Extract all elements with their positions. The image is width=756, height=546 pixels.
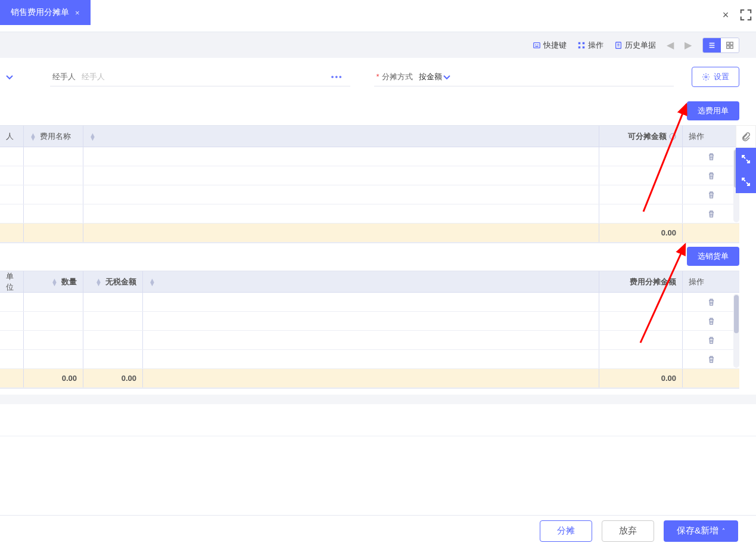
col-person[interactable]: 人 (0, 126, 24, 147)
sales-tbody: 0.000.000.00 (0, 293, 739, 388)
shortcut-label: 快捷键 (543, 40, 567, 51)
col-unit[interactable]: 单位 (0, 271, 24, 292)
svg-rect-7 (730, 42, 733, 44)
tab-active[interactable]: 销售费用分摊单 × (0, 0, 91, 25)
expense-thead: 人 ▲▼费用名称 ▲▼ 可分摊金额 操作 (0, 126, 739, 147)
col-empty2[interactable]: ▲▼ (143, 271, 599, 292)
sales-table: 单位 ▲▼数量 ▲▼无税金额 ▲▼ 费用分摊金额 操作 0.000.000.00 (0, 271, 739, 389)
svg-point-10 (705, 76, 707, 78)
delete-icon[interactable] (707, 336, 715, 345)
more-icon[interactable]: ••• (331, 72, 343, 81)
discard-button[interactable]: 放弃 (602, 520, 654, 542)
delete-icon[interactable] (707, 355, 715, 364)
col-op2: 操作 (683, 271, 739, 292)
svg-rect-3 (578, 46, 581, 48)
delete-icon[interactable] (707, 317, 715, 325)
svg-rect-2 (583, 42, 585, 44)
left-chevron-icon[interactable] (5, 72, 14, 82)
delete-icon[interactable] (707, 191, 715, 199)
svg-rect-1 (578, 42, 581, 44)
view-grid-button[interactable] (721, 38, 739, 52)
tab-strip: 销售费用分摊单 × × (0, 0, 756, 32)
info-icon[interactable] (667, 133, 676, 140)
sales-thead: 单位 ▲▼数量 ▲▼无税金额 ▲▼ 费用分摊金额 操作 (0, 271, 739, 293)
svg-rect-9 (730, 45, 733, 48)
select-sales-button[interactable]: 选销货单 (687, 247, 739, 266)
fullscreen-icon[interactable] (739, 8, 752, 21)
delete-icon[interactable] (707, 153, 715, 161)
delete-icon[interactable] (707, 172, 715, 180)
table-row[interactable] (0, 331, 739, 350)
col-allocatable[interactable]: 可分摊金额 (599, 126, 683, 147)
agent-label: 经手人 (52, 72, 76, 82)
expense-tbody: 0.00 (0, 147, 739, 243)
svg-rect-8 (727, 45, 729, 48)
method-chevron-icon[interactable] (442, 72, 452, 82)
save-new-label: 保存&新增 (677, 525, 718, 536)
settings-label: 设置 (714, 72, 729, 82)
table-row[interactable] (0, 147, 739, 166)
sum-row: 0.000.000.00 (0, 369, 739, 388)
table-row[interactable] (0, 350, 739, 369)
table-row[interactable] (0, 204, 739, 224)
col-expense-name[interactable]: ▲▼费用名称 (24, 126, 83, 147)
notes-area[interactable] (0, 404, 756, 436)
history-label: 历史单据 (625, 40, 656, 51)
next-icon[interactable]: ▶ (685, 39, 692, 51)
side-float (736, 125, 756, 193)
expand-in-icon[interactable] (736, 170, 756, 193)
select-expense-button[interactable]: 选费用单 (687, 101, 739, 120)
footer: 分摊 放弃 保存&新增 ˄ (0, 515, 756, 546)
table-row[interactable] (0, 312, 739, 331)
form-row: 经手人 经手人 ••• * 分摊方式 按金额 设置 (0, 58, 756, 98)
history-link[interactable]: 历史单据 (614, 40, 656, 51)
view-list-button[interactable] (703, 38, 721, 52)
section-divider (0, 395, 756, 404)
col-empty[interactable]: ▲▼ (83, 126, 599, 147)
delete-icon[interactable] (707, 210, 715, 218)
chevron-up-icon: ˄ (722, 528, 725, 534)
sum-row: 0.00 (0, 224, 739, 243)
svg-rect-4 (583, 46, 585, 48)
col-op: 操作 (683, 126, 739, 147)
settings-button[interactable]: 设置 (692, 67, 739, 87)
col-qty[interactable]: ▲▼数量 (24, 271, 83, 292)
table-row[interactable] (0, 185, 739, 204)
svg-rect-5 (616, 42, 621, 48)
method-label: 分摊方式 (382, 72, 413, 82)
required-marker: * (377, 72, 379, 81)
method-field[interactable]: * 分摊方式 按金额 (374, 67, 674, 86)
col-alloc-amount[interactable]: 费用分摊金额 (599, 271, 683, 292)
method-value: 按金额 (419, 72, 442, 82)
allocate-button[interactable]: 分摊 (540, 520, 592, 542)
col-notax[interactable]: ▲▼无税金额 (83, 271, 143, 292)
toolbar: 快捷键 操作 历史单据 ◀ ▶ (0, 32, 756, 58)
agent-field[interactable]: 经手人 经手人 ••• (50, 67, 350, 86)
expand-out-icon[interactable] (736, 148, 756, 170)
delete-icon[interactable] (707, 298, 715, 306)
prev-icon[interactable]: ◀ (667, 39, 674, 51)
tab-close-icon[interactable]: × (75, 8, 80, 17)
svg-rect-6 (727, 42, 729, 44)
agent-input[interactable]: 经手人 (82, 72, 105, 82)
expense-section: 选费用单 人 ▲▼费用名称 ▲▼ 可分摊金额 操作 0.00 (0, 98, 756, 243)
sales-section: 选销货单 单位 ▲▼数量 ▲▼无税金额 ▲▼ 费用分摊金额 操作 0.000.0… (0, 243, 756, 389)
scrollbar[interactable] (733, 294, 739, 368)
tab-title: 销售费用分摊单 (11, 7, 69, 18)
attachment-icon[interactable] (736, 125, 756, 148)
close-icon[interactable]: × (719, 8, 732, 21)
table-row[interactable] (0, 166, 739, 185)
expense-table: 人 ▲▼费用名称 ▲▼ 可分摊金额 操作 0.00 (0, 125, 739, 243)
table-row[interactable] (0, 293, 739, 312)
shortcut-link[interactable]: 快捷键 (533, 40, 567, 51)
svg-rect-0 (534, 42, 540, 48)
operate-label: 操作 (588, 40, 603, 51)
save-new-button[interactable]: 保存&新增 ˄ (664, 520, 738, 542)
operate-link[interactable]: 操作 (577, 40, 603, 51)
view-toggle (702, 38, 739, 53)
